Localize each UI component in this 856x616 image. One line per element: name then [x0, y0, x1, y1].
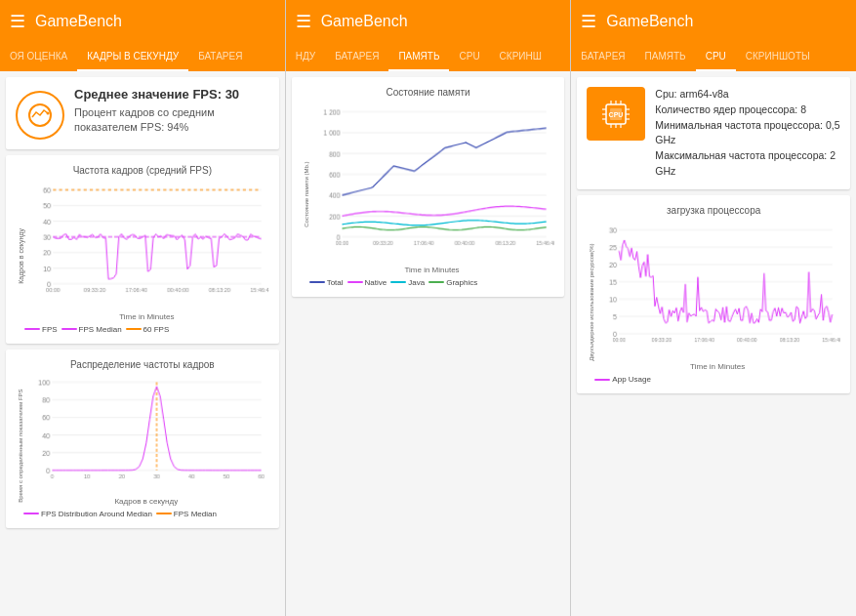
panel-cpu: ☰ GameBench БАТАРЕЯ ПАМЯТЬ CPU СКРИНШОТЫ: [571, 0, 856, 616]
hamburger-icon-memory[interactable]: ☰: [296, 11, 311, 32]
nav-tabs-memory: НДУ БАТАРЕЯ ПАМЯТЬ CPU СКРИНШ: [286, 43, 571, 71]
memory-chart-title: Состояние памяти: [302, 87, 555, 98]
fps-dist-legend-dist: FPS Distribution Around Median: [41, 510, 152, 518]
mem-legend-native: Native: [365, 278, 387, 287]
tab-battery-cpu[interactable]: БАТАРЕЯ: [571, 43, 634, 71]
cpu-chart-legend: App Usage: [594, 375, 840, 384]
cpu-max-freq: Максимальная частота процессора: 2 GHz: [655, 148, 840, 180]
app-title-memory: GameBench: [321, 13, 408, 30]
panel-fps-content: Среднее значение FPS: 30 Процент кадров …: [0, 71, 285, 616]
cpu-chart-title: загрузка процессора: [587, 205, 840, 216]
memory-chart-ylabel: Состояние памяти (Mb.): [302, 102, 309, 287]
top-bar-cpu: ☰ GameBench: [571, 0, 856, 43]
fps-summary-desc: Процент кадров со средним показателем FP…: [74, 105, 269, 136]
panel-memory: ☰ GameBench НДУ БАТАРЕЯ ПАМЯТЬ CPU СКРИН…: [286, 0, 572, 616]
memory-chart-legend: Total Native Java Graphics: [309, 278, 555, 287]
tab-battery-fps[interactable]: БАТАРЕЯ: [188, 43, 252, 71]
fps-legend-median: FPS Median: [79, 325, 122, 334]
top-bar-memory: ☰ GameBench: [286, 0, 571, 43]
memory-chart-xlabel: Time in Minutes: [309, 266, 555, 274]
fps-dist-legend-median: FPS Median: [174, 510, 217, 518]
fps-icon: [16, 91, 64, 140]
tab-battery-mem[interactable]: БАТАРЕЯ: [325, 43, 388, 71]
cpu-chart-card: загрузка процессора Двухъядерное использ…: [577, 195, 850, 394]
tab-memory[interactable]: ПАМЯТЬ: [388, 43, 449, 71]
cpu-icon: CPU: [587, 87, 645, 141]
mem-legend-graphics: Graphics: [446, 278, 477, 287]
cpu-info-card: CPU Cpu: arm64-v8a Количество ядер проце…: [577, 77, 850, 189]
panels-container: ☰ GameBench ОЯ ОЦЕНКА КАДРЫ В СЕКУНДУ БА…: [0, 0, 856, 616]
fps-chart-card: Частота кадров (средний FPS) Кадров в се…: [6, 155, 279, 344]
svg-text:CPU: CPU: [609, 111, 624, 118]
fps-chart-title: Частота кадров (средний FPS): [16, 165, 269, 176]
cpu-cores: Количество ядер процессора: 8: [655, 103, 840, 118]
hamburger-icon-fps[interactable]: ☰: [10, 11, 25, 32]
fps-legend-fps: FPS: [42, 325, 58, 334]
fps-text: Среднее значение FPS: 30 Процент кадров …: [74, 87, 269, 136]
tab-memory-cpu[interactable]: ПАМЯТЬ: [635, 43, 696, 71]
cpu-chart-xlabel: Time in Minutes: [594, 362, 840, 371]
cpu-legend-app: App Usage: [612, 375, 651, 384]
panel-fps: ☰ GameBench ОЯ ОЦЕНКА КАДРЫ В СЕКУНДУ БА…: [0, 0, 286, 616]
nav-tabs-cpu: БАТАРЕЯ ПАМЯТЬ CPU СКРИНШОТЫ: [571, 43, 856, 71]
fps-chart-ylabel: Кадров в секунду: [16, 180, 24, 334]
cpu-chart-ylabel: Двухъядерное использование ресурсов(%): [587, 220, 594, 385]
mem-legend-total: Total: [327, 278, 344, 287]
cpu-min-freq: Минимальная частота процессора: 0,5 GHz: [655, 118, 840, 149]
tab-screenshots-cpu[interactable]: СКРИНШОТЫ: [736, 43, 820, 71]
tab-cpu-mem[interactable]: CPU: [449, 43, 489, 71]
fps-dist-legend: FPS Distribution Around Median FPS Media…: [23, 510, 269, 518]
nav-tabs-fps: ОЯ ОЦЕНКА КАДРЫ В СЕКУНДУ БАТАРЕЯ: [0, 43, 285, 71]
app-title-cpu: GameBench: [606, 13, 693, 30]
tab-screen-mem[interactable]: СКРИНШ: [490, 43, 551, 71]
tab-fps[interactable]: КАДРЫ В СЕКУНДУ: [77, 43, 188, 71]
fps-dist-card: Распределение частоты кадров Время с опр…: [6, 349, 279, 528]
fps-chart-legend: FPS FPS Median 60 FPS: [24, 325, 269, 334]
cpu-text: Cpu: arm64-v8a Количество ядер процессор…: [655, 87, 840, 180]
fps-chart-xlabel: Time in Minutes: [24, 312, 269, 321]
tab-overall[interactable]: ОЯ ОЦЕНКА: [0, 43, 77, 71]
memory-chart-card: Состояние памяти Состояние памяти (Mb.) …: [292, 77, 565, 297]
cpu-model: Cpu: arm64-v8a: [655, 87, 840, 103]
mem-legend-java: Java: [408, 278, 425, 287]
svg-point-1: [47, 112, 50, 115]
fps-dist-xlabel: Кадров в секунду: [23, 497, 269, 506]
hamburger-icon-cpu[interactable]: ☰: [581, 11, 596, 32]
fps-dist-ylabel: Время с определённым показателем FPS: [16, 374, 23, 518]
fps-summary-title: Среднее значение FPS: 30: [74, 87, 269, 102]
tab-ndu[interactable]: НДУ: [286, 43, 325, 71]
panel-memory-content: Состояние памяти Состояние памяти (Mb.) …: [286, 71, 571, 616]
fps-legend-60fps: 60 FPS: [143, 325, 170, 334]
panel-cpu-content: CPU Cpu: arm64-v8a Количество ядер проце…: [571, 71, 856, 616]
top-bar-fps: ☰ GameBench: [0, 0, 285, 43]
fps-summary-card: Среднее значение FPS: 30 Процент кадров …: [6, 77, 279, 149]
app-title-fps: GameBench: [35, 13, 122, 30]
tab-cpu[interactable]: CPU: [696, 43, 736, 71]
fps-dist-title: Распределение частоты кадров: [16, 359, 269, 370]
